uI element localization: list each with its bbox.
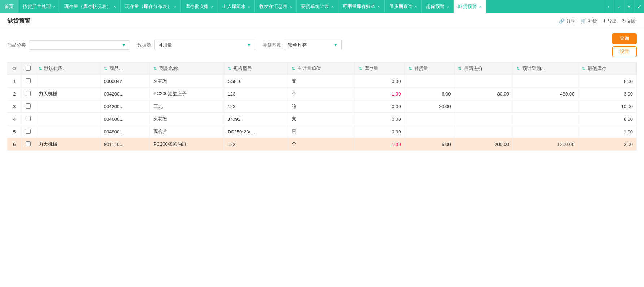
column-label: 商品名称 [159,66,178,71]
row-checkbox[interactable] [26,141,31,146]
share-label: 分享 [566,18,575,25]
close-icon[interactable]: × [290,4,292,9]
column-label: 预计采购... [522,66,545,71]
share-button[interactable]: 🔗 分享 [559,18,575,25]
select-all-checkbox[interactable] [26,66,31,71]
tab-label: 库存批次账 [185,3,209,10]
row-supplier [35,113,100,125]
tab-label: 缺货预警 [458,3,477,10]
row-goods-code: 004800... [100,125,149,138]
tab-prev-button[interactable]: ‹ [604,0,614,13]
tab-batch[interactable]: 库存批次账 × [181,0,218,13]
close-icon[interactable]: × [211,4,213,9]
table-row: 2 力天机械 004200... PC200油缸庄子 123 个 -1.00 6… [7,88,637,100]
sort-icon: ⇅ [409,66,412,71]
row-goods-code: 004200... [100,100,149,113]
row-supplier [35,75,100,88]
category-select[interactable]: ▼ [29,40,130,50]
tab-home[interactable]: 首页 [0,0,18,13]
tab-overstock[interactable]: 超储预警 × [422,0,454,13]
column-check [22,62,35,75]
query-button[interactable]: 查询 [612,33,637,44]
tab-label: 现存量（库存分布表） [125,3,172,10]
column-stock[interactable]: ⇅ 库存量 [355,62,405,75]
column-goods-code[interactable]: ⇅ 商品... [100,62,149,75]
row-stock: 0.00 [355,113,405,125]
row-stock: -1.00 [355,88,405,100]
row-checkbox-cell [22,100,35,113]
tab-picking[interactable]: 拣货异常处理 × [18,0,60,13]
settings-button[interactable]: 设置 [612,46,637,57]
row-unit: 支 [288,75,355,88]
column-min-stock[interactable]: ⇅ 最低库存 [578,62,637,75]
tab-available[interactable]: 可用量库存账本 × [338,0,384,13]
datasource-label: 数据源 [137,42,151,48]
close-icon[interactable]: × [378,4,380,9]
replenish-label: 补货 [588,18,597,25]
column-unit[interactable]: ⇅ 主计量单位 [288,62,355,75]
tab-close-button[interactable]: × [624,0,634,13]
row-checkbox-cell [22,88,35,100]
column-spec[interactable]: ⇅ 规格型号 [224,62,288,75]
row-min-stock: 3.00 [578,138,637,151]
column-label: 商品... [109,66,123,71]
close-icon[interactable]: × [113,4,116,9]
row-stock: 0.00 [355,75,405,88]
tab-stock-status[interactable]: 现存量（库存状况表） × [60,0,120,13]
refresh-button[interactable]: ↻ 刷新 [622,18,637,25]
row-latest-price [454,125,513,138]
tab-shortage[interactable]: 缺货预警 × [454,0,486,13]
table-row: 3 004200... 三九 123 箱 0.00 20.00 10.00 [7,100,637,113]
row-checkbox[interactable] [26,103,31,109]
row-checkbox[interactable] [26,116,31,121]
row-spec: J7092 [224,113,288,125]
filter-datasource-group: 数据源 可用量 ▼ [137,40,255,50]
row-unit: 个 [288,138,355,151]
row-checkbox[interactable] [26,78,31,83]
column-est-purchase[interactable]: ⇅ 预计采购... [513,62,578,75]
gear-icon[interactable]: ⚙ [12,66,17,71]
row-unit: 箱 [288,100,355,113]
chevron-down-icon: ▼ [122,43,126,48]
row-checkbox[interactable] [26,91,31,96]
sort-icon: ⇅ [104,66,107,71]
tab-expiry[interactable]: 保质期查询 × [385,0,422,13]
refresh-label: 刷新 [627,18,637,25]
row-min-stock: 8.00 [578,113,637,125]
row-unit: 支 [288,113,355,125]
column-latest-price[interactable]: ⇅ 最新进价 [454,62,513,75]
row-supplier: 力天机械 [35,88,100,100]
export-button[interactable]: ⬇ 导出 [602,18,617,25]
data-table: ⚙ ⇅ 默认供应... ⇅ 商品... ⇅ 商品名称 [7,62,637,151]
close-icon[interactable]: × [53,4,55,9]
row-index: 2 [7,88,22,100]
close-icon[interactable]: × [248,4,250,9]
replenish-button[interactable]: 🛒 补货 [580,18,597,25]
column-gear: ⚙ [7,62,22,75]
row-goods-code: 004600... [100,113,149,125]
row-spec: 123 [224,100,288,113]
row-goods-name: 三九 [149,100,224,113]
tab-inout[interactable]: 出入库流水 × [218,0,255,13]
close-icon[interactable]: × [479,4,481,9]
tab-stock-dist[interactable]: 现存量（库存分布表） × [121,0,181,13]
row-checkbox[interactable] [26,129,31,134]
tab-next-button[interactable]: › [614,0,624,13]
column-replenish[interactable]: ⇅ 补货量 [405,62,454,75]
tab-expand-button[interactable]: ⤢ [634,0,644,13]
close-icon[interactable]: × [447,4,449,9]
column-supplier[interactable]: ⇅ 默认供应... [35,62,100,75]
row-replenish: 6.00 [405,88,454,100]
tab-summary[interactable]: 收发存汇总表 × [255,0,296,13]
table-wrapper: ⚙ ⇅ 默认供应... ⇅ 商品... ⇅ 商品名称 [0,62,644,151]
replenish-base-select[interactable]: 安全库存 ▼ [284,40,342,50]
row-replenish: 6.00 [405,138,454,151]
close-icon[interactable]: × [331,4,334,9]
export-label: 导出 [608,18,617,25]
column-goods-name[interactable]: ⇅ 商品名称 [149,62,224,75]
tab-order-stat[interactable]: 要货单统计表 × [297,0,338,13]
close-icon[interactable]: × [415,4,417,9]
close-icon[interactable]: × [174,4,176,9]
page-title: 缺货预警 [7,17,30,25]
datasource-select[interactable]: 可用量 ▼ [154,40,255,50]
